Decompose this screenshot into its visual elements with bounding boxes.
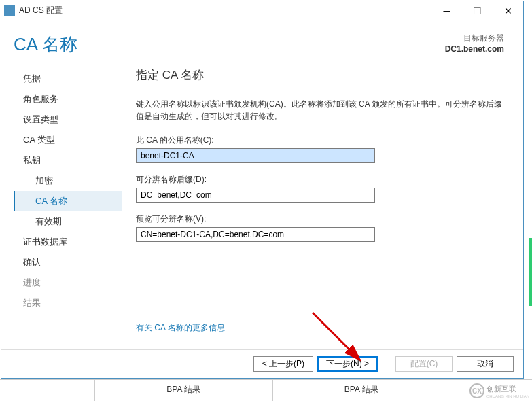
dn-suffix-input[interactable] [136,188,375,203]
sidebar: 凭据角色服务设置类型CA 类型私钥加密CA 名称有效期证书数据库确认进度结果 [14,62,122,334]
bg-tab-blank [0,380,95,401]
description: 键入公用名称以标识该证书颁发机构(CA)。此名称将添加到该 CA 颁发的所有证书… [136,98,506,122]
bg-tab-bpa1: BPA 结果 [95,380,273,401]
sidebar-item-4[interactable]: 私钥 [14,150,122,171]
window-title: AD CS 配置 [19,5,431,16]
prev-button[interactable]: < 上一步(P) [253,356,313,372]
sidebar-item-6[interactable]: CA 名称 [14,191,122,211]
footer: < 上一步(P) 下一步(N) > 配置(C) 取消 [1,349,523,378]
dn-suffix-label: 可分辨名称后缀(D): [136,174,506,186]
watermark-brand: 创新互联 [486,384,529,394]
next-button[interactable]: 下一步(N) > [317,356,378,372]
common-name-label: 此 CA 的公用名称(C): [136,135,506,146]
bg-tab-bpa2: BPA 结果 [273,380,451,401]
decorative-strip [529,238,532,306]
more-info-link[interactable]: 有关 CA 名称的更多信息 [136,322,225,334]
window-controls: ─ ☐ ✕ [431,1,523,20]
sidebar-item-2[interactable]: 设置类型 [14,109,122,130]
preview-label: 预览可分辨名称(V): [136,213,506,225]
app-icon [4,5,15,16]
content: 指定 CA 名称 键入公用名称以标识该证书颁发机构(CA)。此名称将添加到该 C… [122,62,523,334]
preview-input[interactable] [136,227,375,242]
header: CA 名称 目标服务器 DC1.benet.com [1,20,523,62]
sidebar-item-10: 进度 [14,273,122,293]
minimize-button[interactable]: ─ [431,1,462,20]
sidebar-item-11: 结果 [14,293,122,313]
watermark: CX 创新互联 CHUANG XIN HU LIAN [469,383,529,398]
watermark-sub: CHUANG XIN HU LIAN [486,394,529,398]
titlebar[interactable]: AD CS 配置 ─ ☐ ✕ [1,1,523,20]
close-button[interactable]: ✕ [493,1,523,20]
page-title: CA 名称 [14,33,77,56]
dialog-window: AD CS 配置 ─ ☐ ✕ CA 名称 目标服务器 DC1.benet.com… [1,1,524,379]
target-label: 目标服务器 [445,33,504,44]
target-info: 目标服务器 DC1.benet.com [445,33,504,54]
cancel-button[interactable]: 取消 [457,356,514,372]
sidebar-item-0[interactable]: 凭据 [14,69,122,89]
config-button: 配置(C) [395,356,453,372]
sidebar-item-8[interactable]: 证书数据库 [14,232,122,252]
sidebar-item-3[interactable]: CA 类型 [14,130,122,150]
sidebar-item-5[interactable]: 加密 [14,171,122,191]
watermark-icon: CX [469,383,484,398]
sidebar-item-1[interactable]: 角色服务 [14,89,122,109]
maximize-button[interactable]: ☐ [462,1,493,20]
background-tabs: BPA 结果 BPA 结果 [0,379,532,401]
sidebar-item-9[interactable]: 确认 [14,252,122,273]
content-title: 指定 CA 名称 [136,67,506,83]
target-server: DC1.benet.com [445,44,504,54]
common-name-input[interactable] [136,148,375,163]
body: 凭据角色服务设置类型CA 类型私钥加密CA 名称有效期证书数据库确认进度结果 指… [1,62,523,334]
sidebar-item-7[interactable]: 有效期 [14,211,122,232]
